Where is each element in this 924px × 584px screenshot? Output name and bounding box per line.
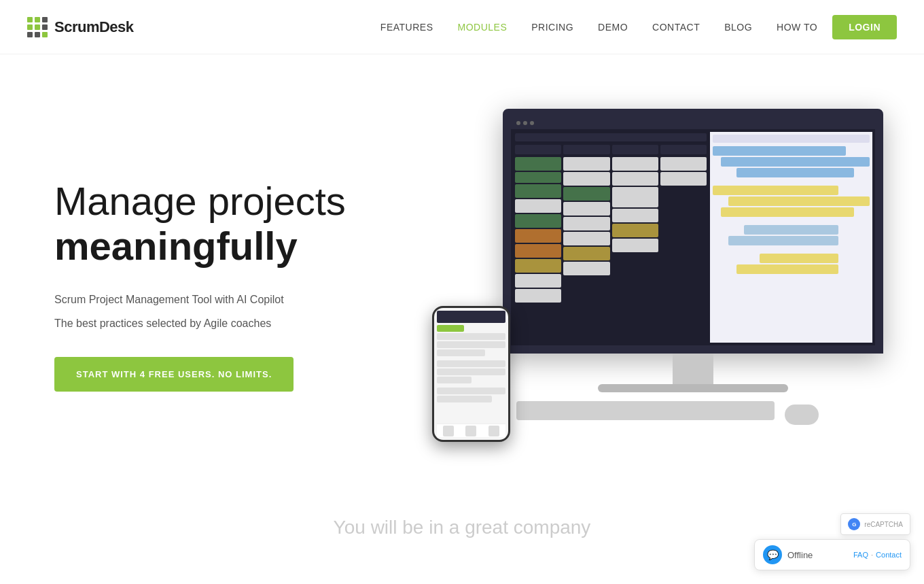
phone-bottom-nav <box>437 424 505 437</box>
card-14 <box>563 202 609 216</box>
chat-links: FAQ · Contact <box>853 551 902 559</box>
logo-text: ScrumDesk <box>54 18 134 36</box>
logo-dot-5 <box>35 24 40 30</box>
logo-dot-6 <box>42 24 48 30</box>
screen-content <box>511 117 875 345</box>
nav-modules[interactable]: MODULES <box>448 16 517 38</box>
card-24 <box>612 239 658 252</box>
gantt-bar-4 <box>713 186 838 195</box>
card-19 <box>612 157 658 171</box>
card-17 <box>563 247 609 260</box>
nav-howto[interactable]: HOW TO <box>767 16 827 38</box>
phone-nav-icon-1 <box>443 426 454 436</box>
screen-columns <box>511 129 875 345</box>
phone-row-7 <box>437 388 505 394</box>
chat-status: Offline <box>787 550 848 560</box>
recaptcha-icon: G <box>848 518 860 530</box>
col-header-3 <box>612 145 658 154</box>
monitor-neck <box>673 354 713 388</box>
gantt-panel <box>710 132 872 343</box>
gantt-bar-7 <box>744 225 838 235</box>
card-12 <box>563 172 609 186</box>
nav-features[interactable]: FEATURES <box>371 16 443 38</box>
gantt-bar-5 <box>728 196 870 206</box>
logo-dot-1 <box>27 17 33 22</box>
cta-button[interactable]: START WITH 4 FREE USERS. NO LIMITS. <box>54 357 294 392</box>
nav-blog[interactable]: BLOG <box>715 16 762 38</box>
phone-row-4 <box>437 360 505 367</box>
chat-widget[interactable]: 💬 Offline FAQ · Contact <box>754 539 910 570</box>
recaptcha-badge: G reCAPTCHA <box>840 513 910 535</box>
screen-dot-3 <box>530 121 534 125</box>
navbar: ScrumDesk FEATURES MODULES PRICING DEMO … <box>0 0 924 54</box>
card-9 <box>515 274 561 288</box>
hero-section: Manage projects meaningfully Scrum Proje… <box>0 54 924 503</box>
phone-mockup <box>432 306 510 442</box>
card-2 <box>515 172 561 183</box>
gantt-spacer-3 <box>713 247 870 252</box>
card-5 <box>515 214 561 228</box>
hero-title-line1: Manage projects <box>54 179 446 223</box>
card-25 <box>660 157 707 171</box>
phone-row-accent <box>437 325 464 332</box>
gantt-bar-3 <box>736 168 854 177</box>
gantt-header <box>713 135 870 143</box>
gantt-bar-8 <box>728 236 838 245</box>
monitor-stand <box>598 384 788 392</box>
logo-dot-2 <box>35 17 40 22</box>
gantt-bar-2 <box>721 157 870 167</box>
gantt-bar-9 <box>760 254 838 263</box>
logo-dot-3 <box>42 17 48 22</box>
kanban-header-row <box>515 133 707 141</box>
gantt-bar-6 <box>721 207 854 217</box>
gantt-bar-10 <box>736 264 838 274</box>
chat-contact-link[interactable]: Contact <box>876 551 902 559</box>
logo-link[interactable]: ScrumDesk <box>27 17 134 37</box>
logo-dot-4 <box>27 24 33 30</box>
kanban-col-2 <box>563 145 609 341</box>
login-button[interactable]: LOGIN <box>832 15 897 39</box>
nav-demo[interactable]: DEMO <box>588 16 637 38</box>
nav-pricing[interactable]: PRICING <box>522 16 583 38</box>
kanban-col-4 <box>660 145 707 341</box>
card-11 <box>563 157 609 171</box>
card-18 <box>563 262 609 275</box>
hero-visual <box>446 109 870 462</box>
hero-title-line2: meaningfully <box>54 223 446 269</box>
card-3 <box>515 184 561 198</box>
chat-faq-link[interactable]: FAQ <box>853 551 868 559</box>
card-4 <box>515 199 561 213</box>
phone-nav-icon-2 <box>465 426 476 436</box>
gantt-bar-1 <box>713 146 846 156</box>
phone-row-2 <box>437 341 505 348</box>
logo-grid-icon <box>27 17 48 37</box>
phone-screen-header <box>437 311 505 323</box>
phone-row-1 <box>437 333 505 340</box>
card-10 <box>515 289 561 303</box>
logo-dot-8 <box>35 32 40 37</box>
card-13 <box>563 187 609 201</box>
recaptcha-label: reCAPTCHA <box>864 521 903 528</box>
monitor-screen <box>503 109 883 354</box>
chat-icon: 💬 <box>763 545 782 564</box>
card-6 <box>515 229 561 243</box>
kanban-col-1 <box>515 145 561 341</box>
hero-subtitle1: Scrum Project Management Tool with AI Co… <box>54 290 446 309</box>
card-21 <box>612 187 658 207</box>
screen-dot-2 <box>523 121 527 125</box>
logo-dot-9 <box>42 32 48 37</box>
card-22 <box>612 209 658 222</box>
card-7 <box>515 244 561 258</box>
nav-contact[interactable]: CONTACT <box>643 16 709 38</box>
kanban-columns <box>515 145 707 341</box>
card-1 <box>515 157 561 171</box>
phone-screen <box>434 308 508 440</box>
card-16 <box>563 232 609 245</box>
nav-links: FEATURES MODULES PRICING DEMO CONTACT BL… <box>371 21 897 33</box>
hero-content: Manage projects meaningfully Scrum Proje… <box>54 179 446 392</box>
col-header-4 <box>660 145 707 154</box>
col-header-1 <box>515 145 561 154</box>
mouse-mockup <box>785 405 819 425</box>
chat-separator: · <box>871 551 873 559</box>
phone-row-6 <box>437 377 472 383</box>
